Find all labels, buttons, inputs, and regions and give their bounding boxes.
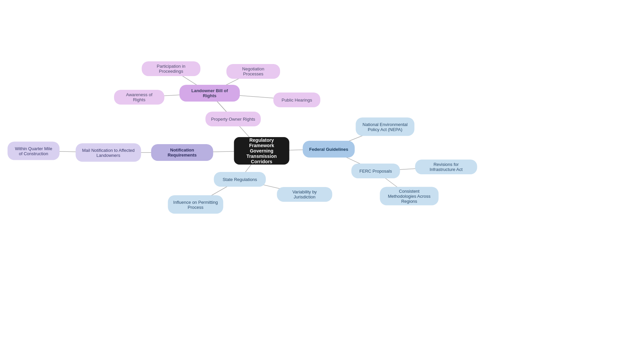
node-ferc[interactable]: FERC Proposals [352, 164, 400, 178]
node-public-hearings[interactable]: Public Hearings [273, 93, 320, 107]
node-variability[interactable]: Variability by Jurisdiction [277, 187, 332, 202]
node-landowner-bill[interactable]: Landowner Bill of Rights [179, 85, 240, 102]
connections-svg [0, 0, 644, 363]
node-center[interactable]: Regulatory Framework Governing Transmiss… [234, 137, 289, 165]
node-influence[interactable]: Influence on Permitting Process [168, 195, 223, 214]
node-negotiation[interactable]: Negotiation Processes [226, 64, 280, 79]
node-nepa[interactable]: National Environmental Policy Act (NEPA) [356, 118, 415, 136]
node-mail-notification[interactable]: Mail Notification to Affected Landowners [76, 143, 141, 162]
node-consistent[interactable]: Consistent Methodologies Across Regions [380, 187, 439, 205]
mindmap-container: Regulatory Framework Governing Transmiss… [0, 0, 644, 363]
node-state-regs[interactable]: State Regulations [214, 172, 266, 187]
node-awareness[interactable]: Awareness of Rights [114, 90, 164, 105]
node-property-owner[interactable]: Property Owner Rights [206, 112, 261, 126]
node-revisions[interactable]: Revisions for Infrastructure Act [415, 160, 477, 174]
node-participation[interactable]: Participation in Proceedings [142, 61, 201, 76]
node-within-quarter[interactable]: Within Quarter Mile of Construction [8, 142, 60, 160]
node-federal-guidelines[interactable]: Federal Guidelines [303, 141, 355, 158]
node-notification-req[interactable]: Notification Requirements [151, 144, 213, 161]
